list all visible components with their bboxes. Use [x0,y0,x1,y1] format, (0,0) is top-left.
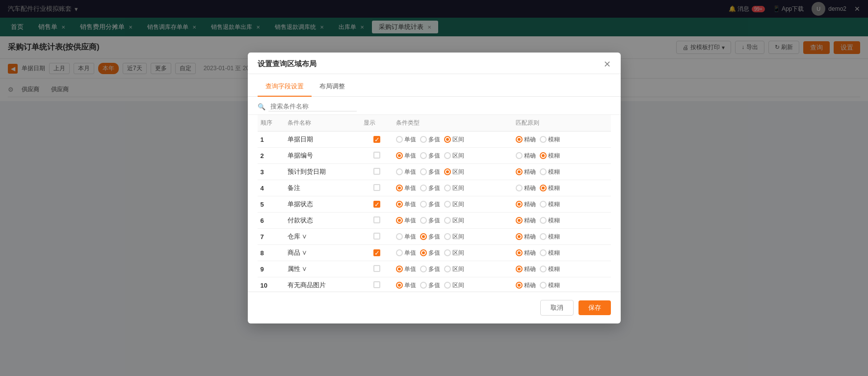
dialog-header: 设置查询区域布局 ✕ [248,53,621,74]
modal-overlay: 设置查询区域布局 ✕ 查询字段设置 布局调整 🔍 顺序 条件名称 [0,0,868,101]
dialog-tab-layout[interactable]: 布局调整 [312,79,353,97]
dialog-title: 设置查询区域布局 [258,59,316,69]
dialog: 设置查询区域布局 ✕ 查询字段设置 布局调整 🔍 顺序 条件名称 [248,53,621,101]
dialog-search-area: 🔍 [248,97,621,101]
dialog-tabs: 查询字段设置 布局调整 [248,74,621,97]
dialog-close-button[interactable]: ✕ [604,60,611,69]
dialog-tab-query-fields[interactable]: 查询字段设置 [258,79,312,97]
